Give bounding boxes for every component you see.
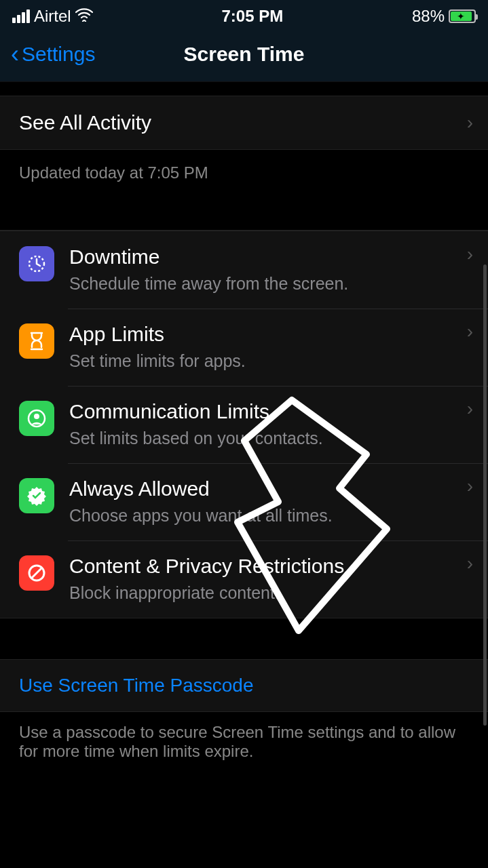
screen-time-options: Downtime Schedule time away from the scr…: [0, 230, 488, 618]
wifi-icon: [75, 7, 93, 26]
chevron-right-icon: ›: [467, 321, 473, 342]
activity-section: See All Activity ›: [0, 96, 488, 150]
use-passcode-label: Use Screen Time Passcode: [19, 675, 254, 696]
app-limits-subtitle: Set time limits for apps.: [69, 351, 467, 371]
use-passcode-row[interactable]: Use Screen Time Passcode: [0, 660, 488, 711]
status-left: Airtel: [12, 7, 93, 26]
updated-label: Updated today at 7:05 PM: [0, 150, 488, 189]
svg-point-2: [34, 414, 39, 419]
app-limits-row[interactable]: App Limits Set time limits for apps. ›: [0, 309, 488, 386]
see-all-activity-row[interactable]: See All Activity ›: [0, 96, 488, 150]
nav-bar: ‹ Settings Screen Time: [0, 30, 488, 82]
back-button[interactable]: ‹ Settings: [11, 42, 95, 66]
communication-limits-title: Communication Limits: [69, 398, 467, 425]
back-label: Settings: [22, 43, 95, 66]
page-title: Screen Time: [184, 43, 305, 66]
svg-line-4: [31, 568, 42, 578]
status-bar: Airtel 7:05 PM 88% ✦: [0, 0, 488, 30]
chevron-right-icon: ›: [467, 475, 473, 497]
chevron-right-icon: ›: [467, 112, 473, 134]
passcode-footer: Use a passcode to secure Screen Time set…: [0, 712, 488, 781]
battery-percent: 88%: [412, 7, 445, 26]
person-circle-icon: [19, 401, 54, 436]
status-time: 7:05 PM: [221, 7, 283, 26]
downtime-title: Downtime: [69, 243, 467, 270]
hourglass-icon: [19, 323, 54, 359]
checkmark-seal-icon: [19, 478, 54, 513]
content-privacy-subtitle: Block inappropriate content.: [69, 583, 467, 603]
downtime-subtitle: Schedule time away from the screen.: [69, 274, 467, 294]
communication-limits-subtitle: Set limits based on your contacts.: [69, 429, 467, 448]
no-entry-icon: [19, 555, 54, 591]
always-allowed-subtitle: Choose apps you want at all times.: [69, 506, 467, 526]
carrier-label: Airtel: [34, 7, 71, 26]
scrollbar[interactable]: [483, 264, 487, 726]
downtime-row[interactable]: Downtime Schedule time away from the scr…: [0, 231, 488, 309]
see-all-activity-label: See All Activity: [19, 111, 151, 134]
signal-icon: [12, 9, 30, 23]
downtime-icon: [19, 246, 54, 281]
battery-icon: ✦: [449, 9, 476, 23]
status-right: 88% ✦: [412, 7, 476, 26]
chevron-left-icon: ‹: [11, 42, 19, 66]
content-privacy-title: Content & Privacy Restrictions: [69, 553, 467, 579]
content-privacy-row[interactable]: Content & Privacy Restrictions Block ina…: [0, 540, 488, 618]
communication-limits-row[interactable]: Communication Limits Set limits based on…: [0, 386, 488, 463]
chevron-right-icon: ›: [467, 398, 473, 420]
app-limits-title: App Limits: [69, 321, 467, 347]
passcode-section: Use Screen Time Passcode: [0, 659, 488, 712]
always-allowed-row[interactable]: Always Allowed Choose apps you want at a…: [0, 463, 488, 540]
chevron-right-icon: ›: [467, 553, 473, 574]
always-allowed-title: Always Allowed: [69, 475, 467, 502]
chevron-right-icon: ›: [467, 243, 473, 265]
